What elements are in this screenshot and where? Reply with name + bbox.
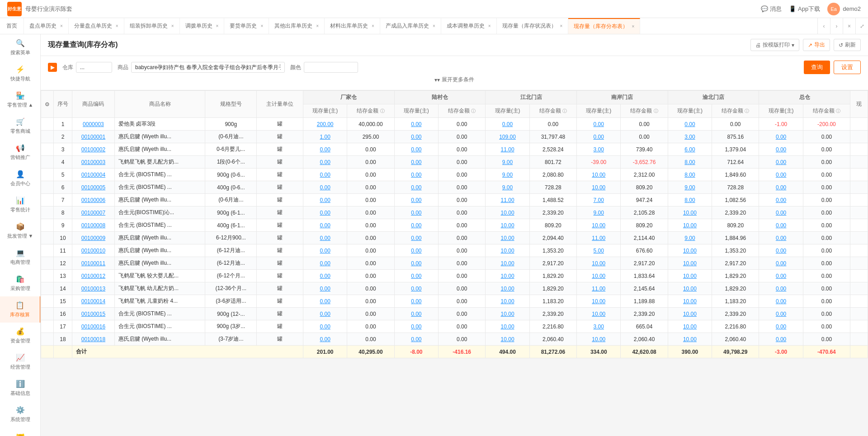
col-total-qty[interactable]: 0.00 bbox=[759, 219, 803, 232]
col-jb-qty[interactable]: 9.00 bbox=[486, 156, 529, 169]
col-jb-qty[interactable]: 11.00 bbox=[486, 143, 529, 156]
expand-more-btn[interactable]: ▾▾ 展开更多条件 bbox=[434, 76, 474, 84]
col-code[interactable]: 00100010 bbox=[72, 244, 115, 257]
nav-next-btn[interactable]: › bbox=[830, 18, 843, 34]
col-code[interactable]: 00100003 bbox=[72, 156, 115, 169]
col-cf-qty[interactable]: 0.00 bbox=[303, 244, 347, 257]
col-settings-header[interactable]: ⚙ bbox=[41, 91, 54, 118]
sidebar-item-wholesale[interactable]: 📦 批发管理 ▼ bbox=[0, 218, 41, 244]
sidebar-item-finance[interactable]: 💰 资金管理 bbox=[0, 323, 41, 349]
app-download-btn[interactable]: 📱 App下载 bbox=[789, 5, 820, 13]
col-cf-qty[interactable]: 0.00 bbox=[303, 308, 347, 320]
col-yb-qty[interactable]: 6.00 bbox=[668, 143, 712, 156]
nav-prev-btn[interactable]: ‹ bbox=[817, 18, 830, 34]
col-code[interactable]: 00100004 bbox=[72, 169, 115, 181]
sidebar-item-collab[interactable]: 🤝 企业协同 bbox=[0, 427, 41, 436]
col-total-qty[interactable]: 0.00 bbox=[759, 206, 803, 219]
col-code[interactable]: 00100016 bbox=[72, 320, 115, 333]
col-total-qty[interactable]: 0.00 bbox=[759, 244, 803, 257]
cf-amt-info[interactable]: ⓘ bbox=[380, 108, 385, 113]
col-cf-qty[interactable]: 200.00 bbox=[303, 118, 347, 131]
col-total-qty[interactable]: 0.00 bbox=[759, 282, 803, 295]
col-lc-qty[interactable]: 0.00 bbox=[394, 143, 438, 156]
col-code[interactable]: 00100007 bbox=[72, 206, 115, 219]
sidebar-item-inventory[interactable]: 📋 库存核算 bbox=[0, 296, 41, 323]
col-total-qty[interactable]: 0.00 bbox=[759, 320, 803, 333]
col-lc-qty[interactable]: 0.00 bbox=[394, 131, 438, 143]
col-lc-qty[interactable]: 0.00 bbox=[394, 320, 438, 333]
nav-close-btn[interactable]: × bbox=[843, 18, 855, 34]
settings-btn[interactable]: 设置 bbox=[834, 61, 861, 74]
warehouse-input[interactable] bbox=[76, 62, 112, 73]
col-code[interactable]: 00100006 bbox=[72, 194, 115, 206]
col-jb-qty[interactable]: 10.00 bbox=[486, 270, 529, 282]
close-tab-5[interactable]: × bbox=[260, 23, 263, 28]
print-btn[interactable]: 🖨 按模版打印 ▾ bbox=[750, 39, 799, 51]
col-jb-qty[interactable]: 10.00 bbox=[486, 244, 529, 257]
sidebar-item-search[interactable]: 🔍 搜索英单 bbox=[0, 34, 41, 61]
col-na-qty[interactable]: 9.00 bbox=[577, 206, 621, 219]
col-code[interactable]: 00100014 bbox=[72, 295, 115, 308]
col-lc-qty[interactable]: 0.00 bbox=[394, 270, 438, 282]
sidebar-item-ecommerce[interactable]: 💻 电商管理 bbox=[0, 244, 41, 270]
col-jb-qty[interactable]: 10.00 bbox=[486, 232, 529, 244]
col-cf-qty[interactable]: 1.00 bbox=[303, 131, 347, 143]
sidebar-item-purchase[interactable]: 🛍️ 采购管理 bbox=[0, 270, 41, 296]
col-code[interactable]: 00100015 bbox=[72, 308, 115, 320]
col-lc-qty[interactable]: 0.00 bbox=[394, 232, 438, 244]
nav-tab-6[interactable]: 其他出库单历史 × bbox=[269, 18, 325, 34]
close-tab-3[interactable]: × bbox=[171, 23, 174, 28]
col-yb-qty[interactable]: 10.00 bbox=[668, 333, 712, 346]
col-cf-qty[interactable]: 0.00 bbox=[303, 333, 347, 346]
col-total-qty[interactable]: 0.00 bbox=[759, 257, 803, 270]
col-cf-qty[interactable]: 0.00 bbox=[303, 143, 347, 156]
col-total-qty[interactable]: 0.00 bbox=[759, 194, 803, 206]
col-code[interactable]: 00100005 bbox=[72, 181, 115, 194]
col-cf-qty[interactable]: 0.00 bbox=[303, 206, 347, 219]
col-lc-qty[interactable]: 0.00 bbox=[394, 244, 438, 257]
nav-tab-2[interactable]: 分量盘点单历史 × bbox=[69, 18, 124, 34]
close-tab-4[interactable]: × bbox=[216, 23, 219, 28]
sidebar-item-mall[interactable]: 🛒 零售商城 bbox=[0, 113, 41, 139]
col-na-qty[interactable]: 10.00 bbox=[577, 270, 621, 282]
col-jb-qty[interactable]: 10.00 bbox=[486, 308, 529, 320]
col-cf-qty[interactable]: 0.00 bbox=[303, 232, 347, 244]
nav-tab-9[interactable]: 成本调整单历史 × bbox=[441, 18, 497, 34]
col-na-qty[interactable]: 3.00 bbox=[577, 320, 621, 333]
goods-input[interactable] bbox=[131, 62, 285, 73]
nav-tab-11[interactable]: 现存量（库存分布表） × bbox=[568, 18, 640, 34]
col-total-qty[interactable]: 0.00 bbox=[759, 131, 803, 143]
col-cf-qty[interactable]: 0.00 bbox=[303, 270, 347, 282]
col-jb-qty[interactable]: 9.00 bbox=[486, 181, 529, 194]
refresh-btn[interactable]: ↺ 刷新 bbox=[834, 39, 861, 51]
nav-tab-3[interactable]: 组装拆卸单历史 × bbox=[124, 18, 180, 34]
col-lc-qty[interactable]: 0.00 bbox=[394, 257, 438, 270]
col-cf-qty[interactable]: 0.00 bbox=[303, 295, 347, 308]
nav-tab-1[interactable]: 盘点单历史 × bbox=[24, 18, 69, 34]
sidebar-item-basic[interactable]: ℹ️ 基础信息 bbox=[0, 375, 41, 401]
col-yb-qty[interactable]: 10.00 bbox=[668, 206, 712, 219]
close-tab-10[interactable]: × bbox=[560, 23, 563, 28]
sidebar-item-retail-stats[interactable]: 📊 零售统计 bbox=[0, 192, 41, 218]
expand-btn[interactable]: ▶ bbox=[48, 63, 57, 72]
col-cf-qty[interactable]: 0.00 bbox=[303, 156, 347, 169]
sidebar-item-member[interactable]: 👤 会员中心 bbox=[0, 165, 41, 192]
col-code[interactable]: 00100002 bbox=[72, 143, 115, 156]
col-yb-qty[interactable]: 10.00 bbox=[668, 308, 712, 320]
col-na-qty[interactable]: 0.00 bbox=[577, 131, 621, 143]
col-total-qty[interactable]: 0.00 bbox=[759, 308, 803, 320]
sidebar-item-quicknav[interactable]: ⚡ 快捷导航 bbox=[0, 61, 41, 87]
col-lc-qty[interactable]: 0.00 bbox=[394, 308, 438, 320]
nav-tab-5[interactable]: 要货单历史 × bbox=[224, 18, 269, 34]
col-yb-qty[interactable]: 10.00 bbox=[668, 295, 712, 308]
close-tab-7[interactable]: × bbox=[372, 23, 374, 28]
col-jb-qty[interactable]: 9.00 bbox=[486, 169, 529, 181]
col-total-qty[interactable]: -1.00 bbox=[759, 118, 803, 131]
col-na-qty[interactable]: 10.00 bbox=[577, 257, 621, 270]
col-lc-qty[interactable]: 0.00 bbox=[394, 118, 438, 131]
col-lc-qty[interactable]: 0.00 bbox=[394, 219, 438, 232]
col-code[interactable]: 00100009 bbox=[72, 232, 115, 244]
close-tab-9[interactable]: × bbox=[488, 23, 491, 28]
col-jb-qty[interactable]: 11.00 bbox=[486, 194, 529, 206]
col-cf-qty[interactable]: 0.00 bbox=[303, 320, 347, 333]
